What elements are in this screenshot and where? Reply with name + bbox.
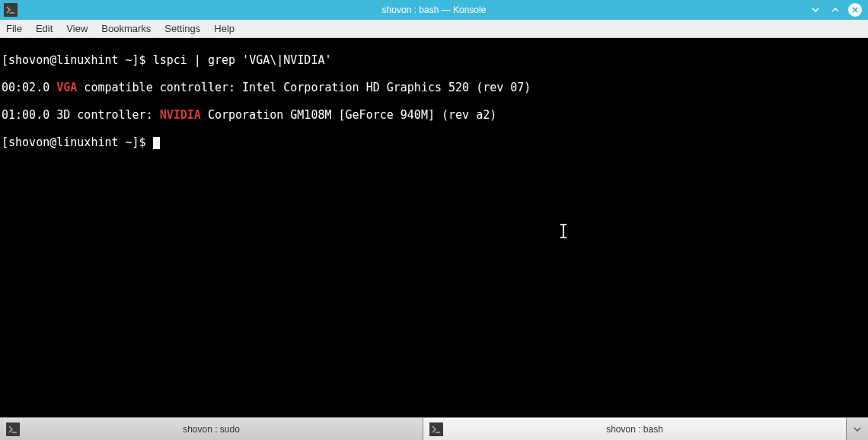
terminal-line: [shovon@linuxhint ~]$ <box>2 136 866 149</box>
command-text: VGA <box>249 53 270 67</box>
window-title: shovon : bash — Konsole <box>382 5 487 15</box>
grep-match: NVIDIA <box>160 108 201 122</box>
output-text: Corporation GM108M [GeForce 940M] (rev a… <box>201 108 496 122</box>
terminal-line: 00:02.0 VGA compatible controller: Intel… <box>2 81 866 94</box>
prompt: [shovon@linuxhint ~]$ <box>2 53 153 67</box>
tab-label: shovon : bash <box>606 424 663 435</box>
menu-edit[interactable]: Edit <box>36 23 53 34</box>
menu-bookmarks[interactable]: Bookmarks <box>101 23 151 34</box>
output-text: 01:00.0 3D controller: <box>2 108 160 122</box>
cursor-block <box>153 137 160 149</box>
new-tab-button[interactable] <box>847 418 868 440</box>
command-text: lspci | grep ' <box>153 53 249 67</box>
menu-settings[interactable]: Settings <box>164 23 200 34</box>
terminal-line: [shovon@linuxhint ~]$ lspci | grep 'VGA\… <box>2 53 866 67</box>
tab-label: shovon : sudo <box>183 424 240 435</box>
menu-file[interactable]: File <box>6 23 22 34</box>
close-button[interactable] <box>848 3 862 17</box>
terminal-icon <box>6 422 20 436</box>
titlebar: shovon : bash — Konsole <box>0 0 868 20</box>
prompt: [shovon@linuxhint ~]$ <box>2 136 153 149</box>
menu-view[interactable]: View <box>66 23 88 34</box>
terminal-icon <box>4 3 18 17</box>
tab-bash[interactable]: shovon : bash <box>423 418 847 440</box>
output-text: 00:02.0 <box>2 81 56 94</box>
grep-match: VGA <box>56 81 77 94</box>
terminal-line: 01:00.0 3D controller: NVIDIA Corporatio… <box>2 108 866 122</box>
command-text: NVIDIA <box>283 53 324 67</box>
command-text: ' <box>324 53 331 67</box>
tabbar: shovon : sudo shovon : bash <box>0 417 868 440</box>
menubar: File Edit View Bookmarks Settings Help <box>0 20 868 38</box>
output-text: compatible controller: Intel Corporation… <box>77 81 531 94</box>
ibeam-cursor-icon <box>562 225 565 238</box>
minimize-button[interactable] <box>809 3 822 17</box>
menu-help[interactable]: Help <box>214 23 235 34</box>
terminal[interactable]: [shovon@linuxhint ~]$ lspci | grep 'VGA\… <box>0 38 868 417</box>
chevron-down-icon <box>853 425 862 434</box>
terminal-icon <box>429 422 443 436</box>
tab-sudo[interactable]: shovon : sudo <box>0 418 423 440</box>
maximize-button[interactable] <box>828 3 842 17</box>
command-text: \| <box>270 53 283 67</box>
window-controls <box>809 3 868 17</box>
